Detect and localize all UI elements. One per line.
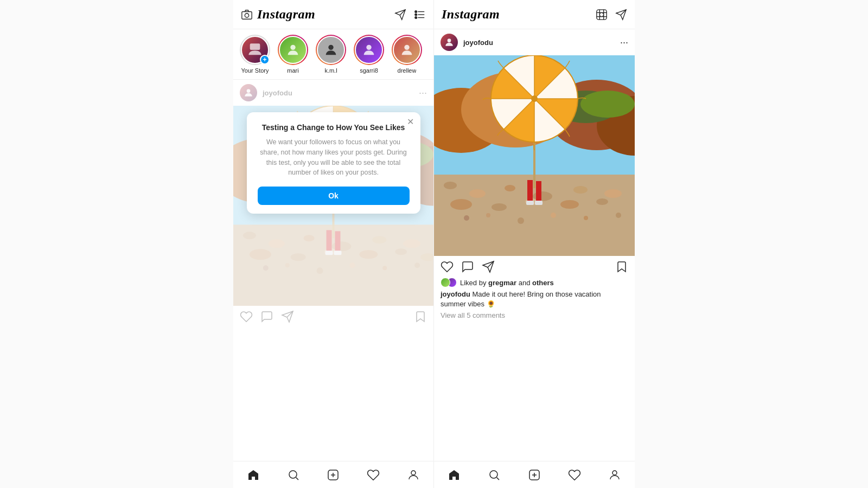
right-nav-search[interactable] <box>488 468 501 481</box>
svg-rect-108 <box>535 201 542 205</box>
svg-point-12 <box>366 45 371 50</box>
story-your-story[interactable]: + Your Story <box>240 35 270 74</box>
svg-point-6 <box>415 10 417 12</box>
svg-point-13 <box>404 45 409 50</box>
svg-rect-9 <box>250 43 260 50</box>
right-send-icon[interactable] <box>615 9 627 21</box>
right-nav-heart[interactable] <box>568 468 581 481</box>
right-post-image <box>434 55 635 256</box>
svg-point-78 <box>444 182 457 189</box>
story-label-your-story: Your Story <box>241 67 269 74</box>
svg-point-91 <box>518 217 524 224</box>
right-header: Instagram <box>434 0 635 29</box>
left-header: Instagram <box>233 0 433 29</box>
right-post-actions-left <box>441 260 495 273</box>
svg-point-115 <box>612 471 617 475</box>
left-bottom-nav <box>233 461 433 488</box>
right-panel: Instagram <box>434 0 635 488</box>
right-post-header: joyofodu ··· <box>434 29 635 55</box>
left-panel: Instagram <box>233 0 434 488</box>
right-likes-text: Liked by gregmar and others <box>460 279 554 287</box>
svg-rect-105 <box>527 180 533 202</box>
svg-point-8 <box>415 16 417 18</box>
svg-point-76 <box>580 91 635 118</box>
right-post-username: joyofodu <box>463 38 493 47</box>
nav-home[interactable] <box>247 468 260 481</box>
modal-ok-button[interactable]: Ok <box>258 187 410 205</box>
modal-body: We want your followers to focus on what … <box>258 137 410 178</box>
right-post-user[interactable]: joyofodu <box>441 34 493 51</box>
stories-row: + Your Story mari <box>233 29 433 80</box>
right-view-comments[interactable]: View all 5 comments <box>434 311 635 323</box>
svg-rect-106 <box>526 201 534 205</box>
right-logo: Instagram <box>442 7 500 22</box>
likes-by: gregmar <box>488 279 516 287</box>
svg-point-82 <box>573 186 588 194</box>
story-mari[interactable]: mari <box>278 35 308 74</box>
svg-rect-62 <box>597 9 607 19</box>
svg-point-90 <box>486 213 490 217</box>
svg-point-94 <box>616 213 621 218</box>
right-comment-button[interactable] <box>461 260 474 273</box>
svg-point-93 <box>584 216 588 220</box>
svg-point-80 <box>505 185 515 191</box>
nav-heart[interactable] <box>367 468 380 481</box>
svg-point-87 <box>560 200 579 209</box>
reels-icon[interactable] <box>596 9 608 21</box>
svg-line-111 <box>497 477 499 479</box>
svg-point-61 <box>411 471 416 475</box>
right-header-icons <box>596 9 627 21</box>
right-post-actions <box>434 256 635 278</box>
svg-point-10 <box>290 45 295 50</box>
story-label-sgarri: sgarri8 <box>360 67 378 74</box>
right-post-avatar <box>441 34 458 51</box>
right-post: joyofodu ··· <box>434 29 635 323</box>
story-label-kml: k.m.l <box>324 67 337 74</box>
modal-close-button[interactable]: ✕ <box>407 118 414 126</box>
right-scroll-area: joyofodu ··· <box>434 29 635 461</box>
right-save-button[interactable] <box>615 260 628 273</box>
svg-point-63 <box>599 12 603 16</box>
right-nav-profile[interactable] <box>608 468 621 481</box>
svg-rect-107 <box>536 181 541 202</box>
right-like-button[interactable] <box>441 260 454 273</box>
svg-point-83 <box>604 189 622 198</box>
filter-icon[interactable] <box>414 9 426 21</box>
left-scroll-area: ✕ Testing a Change to How You See Likes … <box>233 80 433 461</box>
svg-point-79 <box>469 189 486 198</box>
nav-profile[interactable] <box>407 468 420 481</box>
left-header-icons <box>394 9 426 21</box>
right-bottom-nav <box>434 461 635 488</box>
story-label-drellew: drellew <box>398 67 417 74</box>
svg-point-92 <box>551 213 556 218</box>
right-post-likes: Liked by gregmar and others <box>434 278 635 290</box>
svg-point-69 <box>448 38 451 42</box>
send-icon[interactable] <box>394 9 406 21</box>
story-drellew[interactable]: drellew <box>392 35 422 74</box>
likes-avatar-group <box>441 278 457 287</box>
likes-modal: ✕ Testing a Change to How You See Likes … <box>247 112 420 214</box>
story-sgarri[interactable]: sgarri8 <box>354 35 384 74</box>
svg-point-110 <box>490 471 497 478</box>
right-post-more[interactable]: ··· <box>620 37 628 47</box>
svg-point-85 <box>492 203 507 211</box>
right-caption-username: joyofodu <box>441 290 470 298</box>
story-kml[interactable]: k.m.l <box>316 35 346 74</box>
svg-point-1 <box>245 13 248 17</box>
right-post-caption: joyofodu Made it out here! Bring on thos… <box>434 290 635 311</box>
modal-overlay: ✕ Testing a Change to How You See Likes … <box>233 80 433 461</box>
right-nav-add[interactable] <box>528 468 541 481</box>
svg-point-88 <box>596 198 608 205</box>
left-logo: Instagram <box>257 7 315 22</box>
svg-point-84 <box>450 199 472 210</box>
svg-point-11 <box>328 45 333 50</box>
add-story-badge: + <box>260 55 270 65</box>
camera-icon[interactable] <box>241 9 253 21</box>
right-nav-home[interactable] <box>448 468 461 481</box>
likes-others: others <box>532 279 554 287</box>
right-share-button[interactable] <box>482 260 495 273</box>
nav-search[interactable] <box>287 468 300 481</box>
nav-add[interactable] <box>327 468 340 481</box>
svg-rect-0 <box>242 11 252 19</box>
story-label-mari: mari <box>287 67 298 74</box>
